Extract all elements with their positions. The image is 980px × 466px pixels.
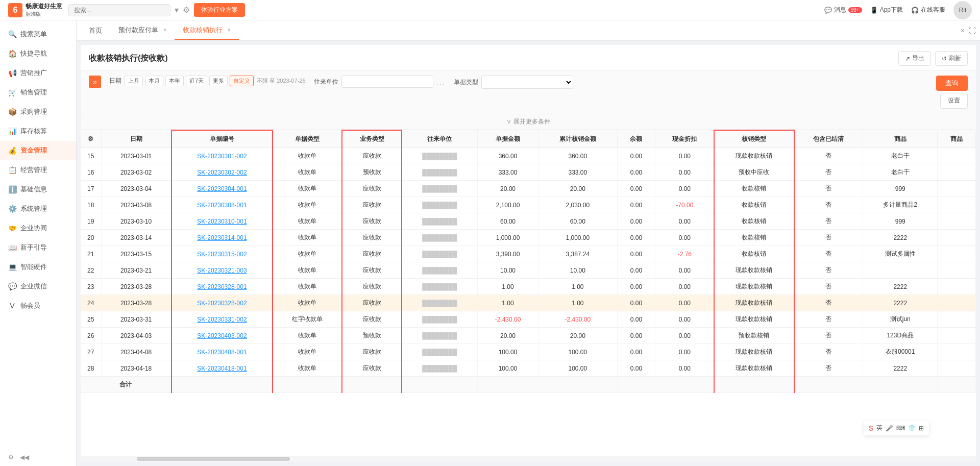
cell-biz-type: 应收款 (342, 279, 401, 295)
cell-biz-type: 应收款 (342, 295, 401, 311)
filter-settings-button[interactable]: 设置 (940, 93, 968, 109)
sidebar-item-system[interactable]: ⚙️ 系统管理 (0, 199, 76, 218)
filter-date-range: 不限 至 2023-07-26 (257, 77, 305, 85)
scroll-thumb[interactable] (137, 457, 290, 461)
sidebar-item-member[interactable]: V 畅会员 (0, 296, 76, 315)
col-product2: 商品 (938, 130, 976, 148)
refresh-button[interactable]: ↺ 刷新 (935, 51, 968, 66)
bill-no-link[interactable]: SK-20230321-003 (197, 267, 247, 274)
cell-balance: 0.00 (617, 262, 655, 279)
sidebar-item-hardware[interactable]: 💻 智能硬件 (0, 257, 76, 277)
wechat-icon: 💬 (8, 282, 16, 290)
cell-bill-no[interactable]: SK-20230302-002 (172, 164, 273, 181)
app-download-action[interactable]: 📱 App下载 (870, 6, 903, 14)
sidebar-item-enterprise[interactable]: 🤝 企业协同 (0, 218, 76, 238)
bill-no-link[interactable]: SK-20230418-001 (197, 365, 247, 372)
expand-more-bar[interactable]: ∨ 展开更多条件 (81, 114, 976, 130)
sidebar-item-marketing[interactable]: 📢 营销推广 (0, 63, 76, 83)
solution-button[interactable]: 体验行业方案 (194, 3, 245, 17)
sidebar-item-guide[interactable]: 📖 新手引导 (0, 238, 76, 257)
online-service-action[interactable]: 🎧 在线客服 (911, 6, 945, 14)
table-row: 172023-03-04SK-20230304-001收款单应收款███████… (81, 181, 976, 197)
sidebar-item-quick-nav[interactable]: 🏠 快捷导航 (0, 44, 76, 63)
cell-bill-no[interactable]: SK-20230308-001 (172, 197, 273, 213)
cell-bill-no[interactable]: SK-20230315-002 (172, 246, 273, 262)
cell-cumulative: 60.00 (538, 213, 618, 230)
cell-bill-no[interactable]: SK-20230304-001 (172, 181, 273, 197)
cell-bill-no[interactable]: SK-20230314-001 (172, 230, 273, 246)
tab-collection[interactable]: 收款核销执行 × (175, 21, 239, 40)
sidebar-item-sales[interactable]: 🛒 销售管理 (0, 83, 76, 102)
tab-prepayment[interactable]: 预付款应付单 × (110, 21, 175, 40)
top-search-input[interactable] (68, 4, 170, 16)
watermark-keyboard-icon: ⌨ (896, 425, 905, 432)
topbar-chevron-icon[interactable]: ▾ (175, 5, 179, 15)
sidebar-item-inventory[interactable]: 📊 库存核算 (0, 121, 76, 141)
sidebar-item-wechat[interactable]: 💬 企业微信 (0, 277, 76, 296)
sidebar-item-operations[interactable]: 📋 经营管理 (0, 160, 76, 180)
sidebar-collapse-icon[interactable]: ◀◀ (20, 454, 29, 461)
filter-date-this-month[interactable]: 本月 (145, 76, 163, 86)
filter-date-last-month[interactable]: 上月 (125, 76, 143, 86)
sidebar-item-basic-info[interactable]: ℹ️ 基础信息 (0, 180, 76, 199)
cell-bill-no[interactable]: SK-20230408-001 (172, 344, 273, 360)
filter-date-more[interactable]: 更多 (209, 76, 228, 86)
query-button[interactable]: 查询 (936, 76, 968, 91)
cell-bill-no[interactable]: SK-20230328-001 (172, 279, 273, 295)
message-action[interactable]: 💬 消息 99+ (824, 6, 862, 14)
filter-partner-input[interactable] (341, 76, 433, 88)
bill-no-link[interactable]: SK-20230301-002 (197, 153, 247, 160)
bill-no-link[interactable]: SK-20230408-001 (197, 349, 247, 356)
topbar-settings-icon[interactable]: ⚙ (183, 5, 190, 15)
bill-no-link[interactable]: SK-20230304-001 (197, 185, 247, 192)
filter-bill-type-select[interactable] (481, 76, 573, 89)
bill-no-link[interactable]: SK-20230328-001 (197, 283, 247, 290)
cell-partner: ████████ (402, 246, 478, 262)
money-icon: 💰 (8, 146, 16, 155)
tab-expand-icon[interactable]: ⛶ (969, 27, 976, 35)
user-avatar[interactable]: Rit (953, 1, 972, 19)
sidebar-item-search-menu[interactable]: 🔍 搜索菜单 (0, 24, 76, 44)
cell-product1: 2222 (863, 295, 938, 311)
bill-no-link[interactable]: SK-20230308-001 (197, 202, 247, 209)
cell-bill-type: 收款单 (273, 360, 342, 377)
filter-date-7days[interactable]: 近7天 (186, 76, 207, 86)
bill-no-link[interactable]: SK-20230403-002 (197, 332, 247, 339)
col-settings[interactable]: ⚙ (81, 130, 101, 148)
bill-no-link[interactable]: SK-20230331-002 (197, 316, 247, 323)
bill-no-link[interactable]: SK-20230315-002 (197, 251, 247, 258)
bill-no-link[interactable]: SK-20230314-001 (197, 234, 247, 241)
tab-collection-close-icon[interactable]: × (228, 27, 231, 33)
sidebar-item-finance[interactable]: 💰 资金管理 (0, 141, 76, 160)
table-row: 262023-04-03SK-20230403-002收款单预收款███████… (81, 328, 976, 344)
cell-bill-no[interactable]: SK-20230328-002 (172, 295, 273, 311)
tab-close-all-icon[interactable]: × (961, 27, 965, 35)
tab-prepayment-close-icon[interactable]: × (163, 27, 166, 33)
bill-no-link[interactable]: SK-20230302-002 (197, 169, 247, 176)
filter-toggle-button[interactable]: » (89, 76, 101, 88)
sidebar-item-purchase[interactable]: 📦 采购管理 (0, 102, 76, 121)
sidebar: 🔍 搜索菜单 🏠 快捷导航 📢 营销推广 🛒 销售管理 📦 采购管理 📊 库存核… (0, 20, 77, 466)
total-cell (714, 377, 794, 393)
scroll-bar-row[interactable] (81, 456, 976, 462)
cell-amount: -2,430.00 (477, 311, 538, 328)
cell-bill-no[interactable]: SK-20230418-001 (172, 360, 273, 377)
cell-bill-no[interactable]: SK-20230321-003 (172, 262, 273, 279)
filter-date-custom[interactable]: 自定义 (230, 76, 254, 86)
cell-amount: 100.00 (477, 360, 538, 377)
cell-no: 17 (81, 181, 101, 197)
export-button[interactable]: ↗ 导出 (898, 51, 931, 66)
clipboard-icon: 📋 (8, 166, 16, 174)
cell-bill-no[interactable]: SK-20230403-002 (172, 328, 273, 344)
cell-bill-no[interactable]: SK-20230310-001 (172, 213, 273, 230)
cell-bill-no[interactable]: SK-20230331-002 (172, 311, 273, 328)
cell-date: 2023-03-04 (101, 181, 172, 197)
sidebar-gear-icon[interactable]: ⚙ (8, 454, 14, 461)
bill-no-link[interactable]: SK-20230310-001 (197, 218, 247, 225)
megaphone-icon: 📢 (8, 69, 16, 77)
bill-no-link[interactable]: SK-20230328-002 (197, 300, 247, 307)
cell-bill-no[interactable]: SK-20230301-002 (172, 148, 273, 164)
filter-ellipsis: ... (436, 77, 446, 87)
tab-home[interactable]: 首页 (81, 22, 110, 39)
filter-date-this-year[interactable]: 本年 (165, 76, 184, 86)
